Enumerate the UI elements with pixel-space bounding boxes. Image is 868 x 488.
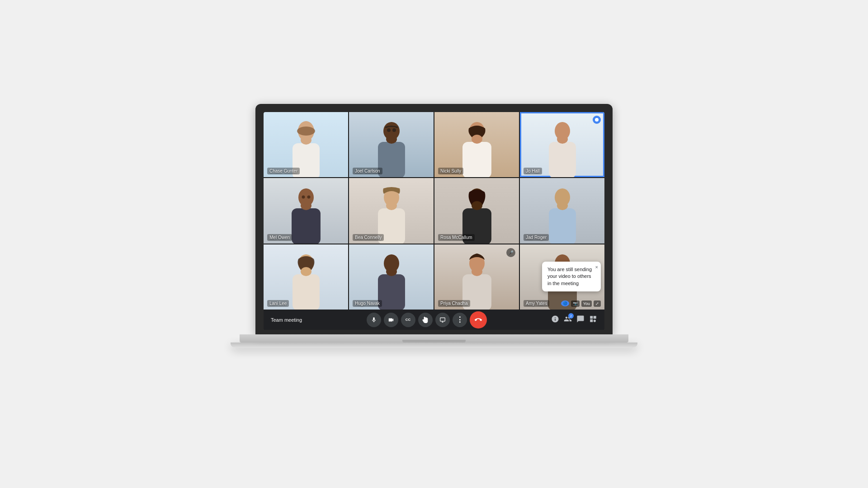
chat-button[interactable] <box>576 315 585 324</box>
svg-point-23 <box>386 201 397 210</box>
muted-icon-11: 🎤 <box>506 248 515 257</box>
participant-name-11: Priya Chadha <box>438 300 470 307</box>
participant-cell-11: 🎤 Priya Chadha <box>434 244 519 310</box>
participant-cell-5: Mel Owen <box>264 178 348 243</box>
more-options-button[interactable]: ⋮ <box>453 313 467 327</box>
svg-point-18 <box>301 201 311 210</box>
cam-status-icon: 🔵 <box>561 300 569 306</box>
participant-name-9: Lani Lee <box>267 300 289 307</box>
meet-app: Chase Gunter Joel Carlson <box>264 112 604 330</box>
controls-center: CC ⋮ <box>367 311 487 328</box>
svg-point-26 <box>472 201 482 210</box>
raise-hand-button[interactable] <box>418 313 433 327</box>
participant-cell-3: Nicki Sully <box>434 112 519 177</box>
participant-name-10: Hugo Navak <box>353 300 382 307</box>
notification-text: You are still sending your video to othe… <box>547 267 592 286</box>
participant-cell-7: Rosa McCallum <box>434 178 519 243</box>
control-bar: Team meeting CC ⋮ <box>264 310 604 330</box>
participant-name-1: Chase Gunter <box>267 168 300 174</box>
activities-button[interactable] <box>589 315 597 324</box>
info-button[interactable] <box>551 315 559 324</box>
meeting-title: Team meeting <box>271 317 302 323</box>
svg-rect-31 <box>292 274 320 310</box>
svg-rect-17 <box>292 208 321 244</box>
video-grid: Chase Gunter Joel Carlson <box>264 112 604 310</box>
people-count-badge: 2 <box>568 313 574 319</box>
svg-point-3 <box>301 136 311 145</box>
participant-cell-9: Lani Lee <box>264 244 348 310</box>
participant-cell-12: × You are still sending your video to ot… <box>520 244 604 310</box>
participant-cell-2: Joel Carlson <box>349 112 434 177</box>
captions-button[interactable]: CC <box>401 313 415 327</box>
participant-cell-8: Jad Roger <box>520 178 604 243</box>
you-label: You <box>581 300 592 307</box>
svg-point-29 <box>557 201 568 210</box>
screen-bezel: Chase Gunter Joel Carlson <box>255 104 613 334</box>
svg-point-8 <box>392 128 396 132</box>
participant-name-4: Jo Hall <box>524 168 542 174</box>
svg-point-11 <box>472 135 482 144</box>
participant-cell-4: Jo Hall <box>520 112 604 177</box>
svg-point-14 <box>557 135 568 144</box>
participant-cell-10: Hugo Navak <box>349 244 434 310</box>
participant-name-6: Bea Connelly <box>353 234 384 241</box>
speaker-indicator-4 <box>593 116 601 124</box>
present-button[interactable] <box>435 313 450 327</box>
svg-point-20 <box>307 195 310 198</box>
svg-point-1 <box>297 127 315 136</box>
svg-rect-10 <box>462 142 491 177</box>
laptop-base <box>240 334 628 343</box>
participant-cell-6: Bea Connelly <box>349 178 434 243</box>
participant-name-3: Nicki Sully <box>438 168 463 174</box>
svg-point-32 <box>301 267 311 276</box>
laptop-container: Chase Gunter Joel Carlson <box>231 104 637 384</box>
participant-name-2: Joel Carlson <box>353 168 382 174</box>
participant-name-12: Amy Yates <box>524 300 549 307</box>
svg-point-19 <box>302 195 305 198</box>
end-call-button[interactable] <box>470 311 487 328</box>
controls-right: 2 <box>551 315 597 324</box>
svg-point-7 <box>387 128 391 132</box>
svg-point-15 <box>595 118 599 122</box>
participant-cell-1: Chase Gunter <box>264 112 348 177</box>
participant-name-8: Jad Roger <box>524 234 549 241</box>
mic-button[interactable] <box>367 313 381 327</box>
svg-point-6 <box>386 135 397 144</box>
svg-point-38 <box>472 267 482 276</box>
people-button[interactable]: 2 <box>564 315 572 324</box>
video-icon-small: 📷 <box>571 300 580 307</box>
laptop-bottom <box>231 343 637 348</box>
participant-name-5: Mel Owen <box>267 234 292 241</box>
self-view-icons: 🔵 📷 You ⤢ <box>561 300 601 307</box>
notification-close-button[interactable]: × <box>595 264 598 270</box>
expand-icon: ⤢ <box>594 300 601 307</box>
svg-point-35 <box>386 267 397 276</box>
svg-rect-28 <box>549 208 576 244</box>
notification-popup: × You are still sending your video to ot… <box>542 262 601 291</box>
camera-button[interactable] <box>384 313 398 327</box>
svg-rect-13 <box>549 142 576 177</box>
participant-name-7: Rosa McCallum <box>438 234 475 241</box>
